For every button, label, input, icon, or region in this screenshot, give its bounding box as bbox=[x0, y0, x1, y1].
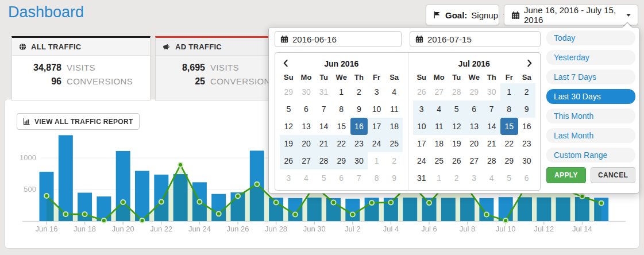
calendar-day[interactable]: 28 bbox=[315, 152, 333, 169]
calendar-day[interactable]: 17 bbox=[368, 118, 385, 135]
calendar-day[interactable]: 5 bbox=[500, 169, 518, 187]
calendar-day[interactable]: 14 bbox=[483, 118, 501, 135]
calendar-day[interactable]: 30 bbox=[298, 83, 315, 101]
calendar-day[interactable]: 7 bbox=[315, 101, 333, 118]
goal-selector-button[interactable]: Goal: Signup bbox=[426, 5, 499, 25]
preset-today[interactable]: Today bbox=[546, 30, 635, 45]
end-date-input[interactable] bbox=[427, 34, 535, 44]
calendar-day[interactable]: 22 bbox=[500, 135, 518, 152]
calendar-day[interactable]: 28 bbox=[483, 152, 501, 169]
calendar-day[interactable]: 2 bbox=[385, 152, 403, 169]
calendar-day[interactable]: 2 bbox=[448, 169, 466, 187]
calendar-day[interactable]: 8 bbox=[368, 169, 385, 187]
calendar-day[interactable]: 25 bbox=[385, 135, 403, 152]
calendar-day[interactable]: 2 bbox=[518, 83, 536, 101]
calendar-day[interactable]: 26 bbox=[448, 152, 466, 169]
calendar-day[interactable]: 26 bbox=[280, 152, 298, 169]
preset-last-7-days[interactable]: Last 7 Days bbox=[546, 69, 635, 84]
calendar-day[interactable]: 31 bbox=[413, 169, 431, 187]
view-all-traffic-report-button[interactable]: VIEW ALL TRAFFIC REPORT bbox=[17, 113, 140, 130]
calendar-day[interactable]: 5 bbox=[448, 101, 466, 118]
calendar-day[interactable]: 4 bbox=[298, 169, 315, 187]
calendar-day[interactable]: 9 bbox=[385, 169, 403, 187]
calendar-day-selected[interactable]: 15 bbox=[500, 118, 518, 135]
calendar-day[interactable]: 4 bbox=[385, 83, 403, 101]
calendar-day[interactable]: 14 bbox=[315, 118, 333, 135]
calendar-day[interactable]: 29 bbox=[465, 83, 483, 101]
calendar-day[interactable]: 3 bbox=[413, 101, 431, 118]
calendar-day[interactable]: 1 bbox=[430, 169, 448, 187]
calendar-day[interactable]: 19 bbox=[448, 135, 466, 152]
calendar-day[interactable]: 10 bbox=[413, 118, 431, 135]
calendar-day[interactable]: 3 bbox=[280, 169, 298, 187]
calendar-day[interactable]: 3 bbox=[465, 169, 483, 187]
calendar-day[interactable]: 28 bbox=[448, 83, 466, 101]
calendar-day[interactable]: 29 bbox=[333, 152, 350, 169]
calendar-day[interactable]: 27 bbox=[465, 152, 483, 169]
calendar-day[interactable]: 5 bbox=[280, 101, 298, 118]
calendar-day[interactable]: 19 bbox=[280, 135, 298, 152]
calendar-day[interactable]: 1 bbox=[500, 83, 518, 101]
calendar-day[interactable]: 29 bbox=[500, 152, 518, 169]
calendar-day[interactable]: 11 bbox=[430, 118, 448, 135]
calendar-day[interactable]: 12 bbox=[448, 118, 466, 135]
preset-last-month[interactable]: Last Month bbox=[546, 128, 635, 143]
apply-button[interactable]: APPLY bbox=[546, 167, 586, 183]
cancel-button[interactable]: CANCEL bbox=[591, 167, 635, 183]
calendar-day[interactable]: 15 bbox=[333, 118, 350, 135]
chevron-right-icon[interactable] bbox=[526, 59, 533, 69]
calendar-day[interactable]: 23 bbox=[350, 135, 368, 152]
calendar-day[interactable]: 1 bbox=[368, 152, 385, 169]
calendar-day[interactable]: 8 bbox=[333, 101, 350, 118]
calendar-day[interactable]: 27 bbox=[298, 152, 315, 169]
calendar-day[interactable]: 7 bbox=[350, 169, 368, 187]
calendar-day[interactable]: 22 bbox=[333, 135, 350, 152]
calendar-day[interactable]: 27 bbox=[430, 83, 448, 101]
calendar-day[interactable]: 12 bbox=[280, 118, 298, 135]
chevron-left-icon[interactable] bbox=[282, 59, 289, 69]
calendar-day[interactable]: 30 bbox=[518, 152, 536, 169]
calendar-day[interactable]: 29 bbox=[280, 83, 298, 101]
calendar-day[interactable]: 7 bbox=[483, 101, 501, 118]
calendar-day[interactable]: 26 bbox=[413, 83, 431, 101]
calendar-day[interactable]: 13 bbox=[298, 118, 315, 135]
preset-custom-range[interactable]: Custom Range bbox=[546, 148, 635, 163]
calendar-day[interactable]: 17 bbox=[413, 135, 431, 152]
calendar-day-selected[interactable]: 16 bbox=[350, 118, 368, 135]
calendar-day[interactable]: 13 bbox=[465, 118, 483, 135]
calendar-day[interactable]: 25 bbox=[430, 152, 448, 169]
calendar-day[interactable]: 1 bbox=[333, 83, 350, 101]
date-range-button[interactable]: June 16, 2016 - July 15, 2016 bbox=[504, 5, 638, 25]
calendar-day[interactable]: 9 bbox=[518, 101, 536, 118]
preset-this-month[interactable]: This Month bbox=[546, 109, 635, 123]
calendar-day[interactable]: 8 bbox=[500, 101, 518, 118]
calendar-day[interactable]: 18 bbox=[385, 118, 403, 135]
calendar-day[interactable]: 21 bbox=[315, 135, 333, 152]
calendar-day[interactable]: 4 bbox=[430, 101, 448, 118]
calendar-day[interactable]: 31 bbox=[315, 83, 333, 101]
calendar-day[interactable]: 9 bbox=[350, 101, 368, 118]
calendar-day[interactable]: 24 bbox=[413, 152, 431, 169]
preset-last-30-days[interactable]: Last 30 Days bbox=[546, 89, 635, 104]
calendar-day[interactable]: 18 bbox=[430, 135, 448, 152]
calendar-day[interactable]: 20 bbox=[298, 135, 315, 152]
calendar-day[interactable]: 23 bbox=[518, 135, 536, 152]
calendar-day[interactable]: 16 bbox=[518, 118, 536, 135]
calendar-day[interactable]: 6 bbox=[465, 101, 483, 118]
calendar-day[interactable]: 6 bbox=[298, 101, 315, 118]
calendar-day[interactable]: 21 bbox=[483, 135, 501, 152]
start-date-input[interactable] bbox=[292, 34, 396, 44]
calendar-day[interactable]: 4 bbox=[483, 169, 501, 187]
calendar-day[interactable]: 2 bbox=[350, 83, 368, 101]
calendar-day[interactable]: 20 bbox=[465, 135, 483, 152]
calendar-day[interactable]: 3 bbox=[368, 83, 385, 101]
calendar-day[interactable]: 6 bbox=[518, 169, 536, 187]
preset-yesterday[interactable]: Yesterday bbox=[546, 50, 635, 65]
calendar-day[interactable]: 30 bbox=[350, 152, 368, 169]
calendar-day[interactable]: 30 bbox=[483, 83, 501, 101]
calendar-day[interactable]: 24 bbox=[368, 135, 385, 152]
calendar-day[interactable]: 5 bbox=[315, 169, 333, 187]
calendar-day[interactable]: 10 bbox=[368, 101, 385, 118]
all-traffic-card[interactable]: ALL TRAFFIC 34,878 VISITS 96 CONVERSIONS bbox=[11, 36, 151, 101]
calendar-day[interactable]: 11 bbox=[385, 101, 403, 118]
